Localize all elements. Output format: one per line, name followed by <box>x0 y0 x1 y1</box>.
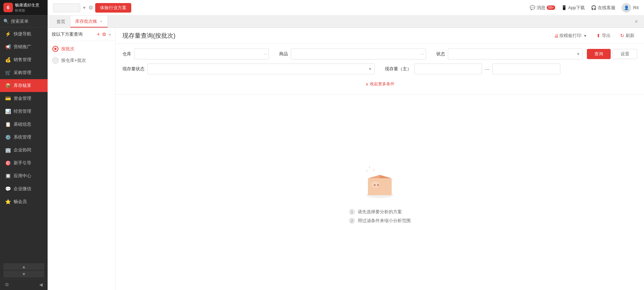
svg-rect-3 <box>368 178 392 195</box>
export-button[interactable]: ⬆ 导出 <box>594 31 613 40</box>
filter-row-1: 仓库 ··· 商品 ··· <box>122 49 637 59</box>
status-select[interactable] <box>448 49 583 59</box>
sidebar-item-marketing[interactable]: 📢 营销推广 <box>0 40 48 53</box>
trial-button[interactable]: 体验行业方案 <box>95 3 131 13</box>
svg-marker-5 <box>380 175 392 178</box>
scheme-item-by-batch[interactable]: 按批次 <box>48 43 115 55</box>
product-label: 商品 <box>279 51 288 57</box>
sidebar-scroll-controls: ▲ ▼ <box>0 262 48 279</box>
print-template-button[interactable]: 🖨 按模板打印 ▼ <box>551 31 590 40</box>
sidebar-item-sales[interactable]: 💰 销售管理 <box>0 53 48 66</box>
user-avatar: 👤 <box>622 3 631 13</box>
system-icon: ⚙️ <box>5 134 11 140</box>
user-display[interactable]: 👤 Rit <box>622 3 639 13</box>
scroll-up-button[interactable]: ▲ <box>3 263 44 270</box>
add-scheme-icon[interactable]: + <box>97 31 100 37</box>
left-panel-title: 按以下方案查询 <box>52 31 83 37</box>
collapse-panel-icon[interactable]: « <box>108 32 111 37</box>
sidebar-item-system[interactable]: ⚙️ 系统管理 <box>0 131 48 144</box>
search-icon: 🔍 <box>3 19 9 24</box>
empty-tip-1: 1 请先选择要分析的方案 <box>349 209 411 215</box>
filter-status: 状态 ▼ <box>436 49 583 59</box>
scheme-item-by-warehouse-batch[interactable]: 按仓库+批次 <box>48 55 115 66</box>
topbar-left: ▼ ⚙ 体验行业方案 <box>53 3 527 13</box>
topbar: ▼ ⚙ 体验行业方案 💬 消息 99+ 📱 App下载 🎧 在线客服 👤 <box>48 0 644 16</box>
svg-point-0 <box>54 48 56 50</box>
left-panel-header: 按以下方案查询 + ⚙ « <box>48 28 115 41</box>
sidebar-item-operations[interactable]: 📊 经营管理 <box>0 105 48 118</box>
marketing-icon: 📢 <box>5 44 11 50</box>
member-icon: ⭐ <box>5 199 11 205</box>
sales-icon: 💰 <box>5 57 11 63</box>
product-more-icon[interactable]: ··· <box>421 52 424 56</box>
breadcrumb-input[interactable] <box>53 3 80 12</box>
sidebar-item-member[interactable]: ⭐ 畅会员 <box>0 195 48 208</box>
sidebar-item-basic[interactable]: 📋 基础信息 <box>0 118 48 131</box>
product-input-wrapper: ··· <box>291 49 426 59</box>
topbar-gear-icon[interactable]: ⚙ <box>88 4 93 11</box>
message-badge: 99+ <box>547 5 555 10</box>
sidebar-header: 6 畅康通好生意 标准版 <box>0 0 48 16</box>
tab-close-icon[interactable]: × <box>99 19 103 24</box>
refresh-button[interactable]: ↻ 刷新 <box>617 31 637 40</box>
stock-status-select[interactable] <box>147 64 375 74</box>
enterprise-icon: 🏢 <box>5 147 11 153</box>
page-header: 现存量查询(按批次) 🖨 按模板打印 ▼ ⬆ 导出 ↻ 刷新 <box>116 28 644 44</box>
print-dropdown-icon: ▼ <box>583 34 587 38</box>
warehouse-input-wrapper: ··· <box>134 49 269 59</box>
stock-status-select-wrapper: ▼ <box>147 64 375 74</box>
app-download-button[interactable]: 📱 App下载 <box>561 5 585 11</box>
sidebar-item-weixin[interactable]: 💬 企业微信 <box>0 182 48 195</box>
stock-quantity-start-input[interactable] <box>414 64 482 74</box>
query-button[interactable]: 查询 <box>587 49 611 59</box>
sidebar-item-newguide[interactable]: 🎯 新手引导 <box>0 157 48 169</box>
settings-button[interactable]: 设置 <box>613 49 637 59</box>
right-panel: 现存量查询(按批次) 🖨 按模板打印 ▼ ⬆ 导出 ↻ 刷新 <box>116 28 644 290</box>
content-area: 按以下方案查询 + ⚙ « 按批次 按仓库 <box>48 28 644 290</box>
tab-extra-close-icon[interactable]: × <box>633 18 640 25</box>
tab-home[interactable]: 首页 <box>52 16 70 28</box>
search-menu[interactable]: 🔍 搜索菜单 <box>0 16 48 28</box>
tip-num-2: 2 <box>349 218 355 224</box>
inventory-icon: 📦 <box>5 83 11 89</box>
sidebar-item-enterprise[interactable]: 🏢 企业协同 <box>0 144 48 157</box>
apps-icon: 🔲 <box>5 173 11 179</box>
scheme-by-batch-icon <box>52 46 58 52</box>
stock-status-label: 现存量状态 <box>122 66 145 72</box>
sidebar-item-purchase[interactable]: 🛒 采购管理 <box>0 66 48 79</box>
app-download-icon: 📱 <box>561 5 567 10</box>
empty-state: 1 请先选择要分析的方案 2 用过滤条件来缩小分析范围 <box>116 95 644 290</box>
operations-icon: 📊 <box>5 108 11 114</box>
svg-line-11 <box>373 169 375 171</box>
weixin-icon: 💬 <box>5 186 11 192</box>
warehouse-input[interactable] <box>134 49 269 59</box>
main-area: ▼ ⚙ 体验行业方案 💬 消息 99+ 📱 App下载 🎧 在线客服 👤 <box>48 0 644 290</box>
breadcrumb-chevron-icon: ▼ <box>82 5 86 10</box>
shortcuts-icon: ⚡ <box>5 31 11 37</box>
scheme-by-warehouse-icon <box>52 57 58 64</box>
scroll-down-button[interactable]: ▼ <box>3 271 44 277</box>
tip-text-2: 用过滤条件来缩小分析范围 <box>358 218 411 224</box>
settings-icon[interactable]: ⚙ <box>5 282 9 287</box>
sidebar-item-apps[interactable]: 🔲 应用中心 <box>0 169 48 182</box>
collapse-sidebar-icon[interactable]: ◀ <box>39 282 43 287</box>
left-panel: 按以下方案查询 + ⚙ « 按批次 按仓库 <box>48 28 116 290</box>
product-input[interactable] <box>291 49 426 59</box>
basic-icon: 📋 <box>5 121 11 127</box>
online-service-button[interactable]: 🎧 在线客服 <box>591 5 615 11</box>
topbar-right: 💬 消息 99+ 📱 App下载 🎧 在线客服 👤 Rit <box>530 3 639 13</box>
message-button[interactable]: 💬 消息 99+ <box>530 5 555 11</box>
warehouse-more-icon[interactable]: ··· <box>264 52 267 56</box>
sidebar-item-finance[interactable]: 💳 资金管理 <box>0 92 48 105</box>
collapse-filters-button[interactable]: ∧ 收起更多条件 <box>122 78 637 90</box>
collapse-icon: ∧ <box>366 82 369 87</box>
sidebar-item-shortcuts[interactable]: ⚡ 快捷导航 <box>0 28 48 40</box>
empty-tips: 1 请先选择要分析的方案 2 用过滤条件来缩小分析范围 <box>349 209 411 224</box>
tab-inventory-batch[interactable]: 库存批次账 × <box>70 16 108 28</box>
scheme-settings-icon[interactable]: ⚙ <box>102 32 106 37</box>
sidebar-item-inventory[interactable]: 📦 库存核算 <box>0 79 48 92</box>
filter-warehouse: 仓库 ··· <box>122 49 269 59</box>
left-panel-actions: + ⚙ « <box>97 31 111 37</box>
stock-quantity-end-input[interactable] <box>492 64 560 74</box>
tab-bar: 首页 库存批次账 × × <box>48 16 644 28</box>
